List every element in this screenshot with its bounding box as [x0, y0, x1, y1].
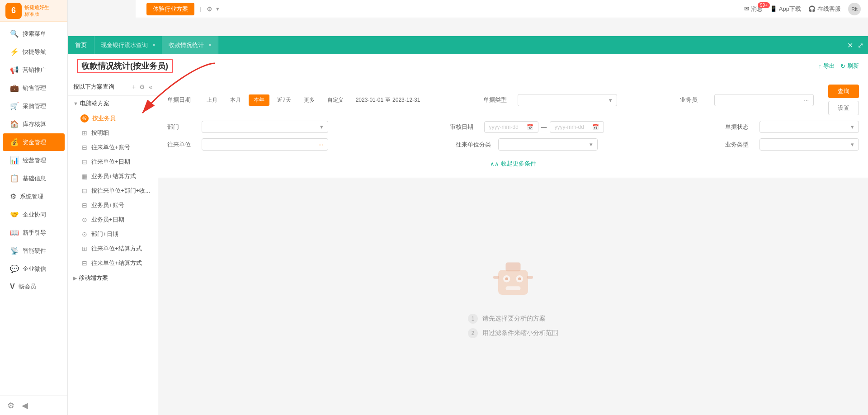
tab-collection[interactable]: 收款情况统计 × — [162, 36, 218, 54]
settings-icon[interactable]: ⚙ — [207, 5, 212, 13]
scheme-collapse-icon[interactable]: « — [149, 83, 152, 90]
dropdown-icon[interactable]: ▾ — [216, 5, 219, 12]
sidebar: 6 畅捷通好生 标准版 🔍 搜索菜单 ⚡ 快捷导航 📢 营销推广 💼 销售管理 … — [0, 0, 68, 415]
sidebar-item-search[interactable]: 🔍 搜索菜单 — [3, 25, 65, 42]
sidebar-item-inventory[interactable]: 🏠 库存核算 — [3, 115, 65, 133]
sidebar-item-label: 畅会员 — [19, 283, 36, 291]
review-date-from[interactable]: yyyy-mm-dd 📅 — [484, 121, 538, 133]
tab-cashflow[interactable]: 现金银行流水查询 × — [94, 36, 162, 54]
trial-button[interactable]: 体验行业方案 — [146, 3, 194, 15]
partner-dots[interactable]: ··· — [318, 141, 323, 148]
tab-home[interactable]: 首页 — [68, 36, 94, 54]
maximize-window-icon[interactable]: ⤢ — [858, 41, 863, 50]
sidebar-item-finance[interactable]: 💰 资金管理 — [3, 133, 65, 151]
tab-bar-actions: ✕ ⤢ — [847, 41, 868, 50]
dept-select[interactable]: ▾ — [202, 121, 328, 133]
date-tab-more[interactable]: 更多 — [299, 94, 320, 106]
scheme-item-prefix: 按 — [80, 114, 89, 123]
query-button[interactable]: 查询 — [828, 85, 859, 98]
app-download-btn[interactable]: 📱 App下载 — [770, 5, 801, 13]
voucher-status-select[interactable]: ▾ — [760, 121, 859, 133]
scheme-item-partner-dept[interactable]: ⊟ 按往来单位+部门+收... — [68, 184, 158, 198]
scheme-group-mobile-label: 移动端方案 — [79, 274, 108, 282]
empty-step-2: 2 用过滤条件来缩小分析范围 — [468, 328, 558, 338]
sidebar-item-quicknav[interactable]: ⚡ 快捷导航 — [3, 43, 65, 61]
staff-dots[interactable]: ··· — [804, 97, 809, 104]
biz-type-dropdown-icon: ▾ — [851, 141, 854, 148]
sidebar-item-label: 新手引导 — [23, 229, 46, 237]
scheme-settings-icon[interactable]: ⚙ — [139, 83, 145, 90]
scheme-item-by-staff[interactable]: 按 按业务员 — [68, 111, 158, 126]
voucher-type-select[interactable]: ▾ — [518, 94, 617, 106]
partner-label: 往来单位 — [167, 141, 194, 149]
sidebar-item-hardware[interactable]: 📡 智能硬件 — [3, 242, 65, 259]
biz-type-select[interactable]: ▾ — [760, 138, 859, 151]
review-date-label: 审核日期 — [450, 123, 477, 131]
scheme-item-label: 按业务员 — [92, 114, 116, 123]
date-to-value: 2023-12-31 — [392, 97, 420, 103]
scheme-item-detail[interactable]: ⊞ 按明细 — [68, 126, 158, 140]
sidebar-item-label: 库存核算 — [23, 120, 46, 128]
sidebar-item-operations[interactable]: 📊 经营管理 — [3, 151, 65, 169]
scheme-item-dept-date[interactable]: ⊙ 部门+日期 — [68, 227, 158, 241]
export-button[interactable]: ↑ 导出 — [819, 62, 835, 70]
scheme-item-partner-payment1[interactable]: ⊞ 往来单位+结算方式 — [68, 241, 158, 256]
sidebar-item-basics[interactable]: 📋 基础信息 — [3, 170, 65, 187]
partner-select[interactable]: ··· — [202, 138, 328, 151]
scheme-group-mobile[interactable]: ▶ 移动端方案 — [68, 270, 158, 286]
app-download-label: App下载 — [779, 5, 801, 13]
scheme-item-partner-account[interactable]: ⊟ 往来单位+账号 — [68, 140, 158, 155]
partner-classify-select[interactable]: ▾ — [498, 138, 598, 151]
date-tab-thisyear[interactable]: 本年 — [249, 94, 269, 106]
collapse-button[interactable]: ∧∧ 收起更多条件 — [167, 156, 859, 171]
search-menu-icon: 🔍 — [10, 29, 19, 38]
sidebar-item-label: 资金管理 — [23, 138, 46, 146]
sidebar-item-system[interactable]: ⚙ 系统管理 — [3, 188, 65, 205]
message-icon: ✉ — [744, 5, 749, 12]
sidebar-item-vip[interactable]: V 畅会员 — [3, 278, 65, 295]
online-service-btn[interactable]: 🎧 在线客服 — [808, 5, 841, 13]
user-avatar[interactable]: Rit — [848, 3, 861, 15]
scheme-item-partner-payment2[interactable]: ⊟ 往来单位+结算方式 — [68, 256, 158, 270]
sidebar-item-guide[interactable]: 📖 新手引导 — [3, 224, 65, 241]
sidebar-item-purchase[interactable]: 🛒 采购管理 — [3, 97, 65, 115]
scheme-item-staff-account[interactable]: ⊟ 业务员+账号 — [68, 198, 158, 212]
scheme-item-partner-date[interactable]: ⊟ 往来单位+日期 — [68, 155, 158, 169]
tab-cashflow-close[interactable]: × — [152, 42, 156, 48]
review-date-from-calendar[interactable]: 📅 — [527, 124, 533, 130]
staff-select[interactable]: ··· — [714, 94, 814, 106]
scheme-group-pc-label: 电脑端方案 — [80, 99, 109, 108]
filter-row-2: 部门 ▾ 审核日期 yyyy-mm-dd 📅 — yy — [167, 121, 859, 133]
scheme-add-icon[interactable]: + — [132, 83, 136, 90]
settings-button[interactable]: 设置 — [828, 101, 859, 115]
sidebar-item-collab[interactable]: 🤝 企业协同 — [3, 206, 65, 223]
scheme-header-label: 按以下方案查询 — [73, 83, 114, 91]
sidebar-item-marketing[interactable]: 📢 营销推广 — [3, 61, 65, 79]
date-tab-thismonth[interactable]: 本月 — [225, 94, 246, 106]
svg-rect-6 — [506, 286, 521, 290]
scheme-group-pc[interactable]: ▼ 电脑端方案 — [68, 96, 158, 111]
system-icon: ⚙ — [10, 192, 16, 201]
messages-btn[interactable]: ✉ 消息 99+ — [744, 5, 763, 13]
scheme-item-staff-payment[interactable]: ▦ 业务员+结算方式 — [68, 169, 158, 184]
empty-robot-icon — [488, 255, 538, 305]
tab-collection-close[interactable]: × — [208, 42, 212, 48]
date-tab-lastmonth[interactable]: 上月 — [202, 94, 222, 106]
detail-icon: ⊞ — [80, 129, 89, 137]
settings-footer-icon[interactable]: ⚙ — [7, 401, 14, 410]
date-tab-7days[interactable]: 近7天 — [272, 94, 296, 106]
close-window-icon[interactable]: ✕ — [847, 41, 853, 50]
date-tab-custom[interactable]: 自定义 — [322, 94, 349, 106]
scheme-item-staff-date[interactable]: ⊙ 业务员+日期 — [68, 212, 158, 227]
sidebar-item-label: 企业微信 — [23, 265, 46, 273]
user-name-text: Rit — [851, 6, 857, 12]
review-date-to-calendar[interactable]: 📅 — [592, 124, 599, 130]
sidebar-item-wechat[interactable]: 💬 企业微信 — [3, 260, 65, 278]
sidebar-item-sales[interactable]: 💼 销售管理 — [3, 79, 65, 97]
review-date-to[interactable]: yyyy-mm-dd 📅 — [550, 121, 604, 133]
voucher-status-label: 单据状态 — [725, 123, 752, 131]
quicknav-icon: ⚡ — [10, 47, 19, 56]
refresh-button[interactable]: ↻ 刷新 — [840, 62, 859, 70]
inventory-icon: 🏠 — [10, 120, 19, 128]
collapse-sidebar-icon[interactable]: ◀ — [22, 401, 28, 410]
